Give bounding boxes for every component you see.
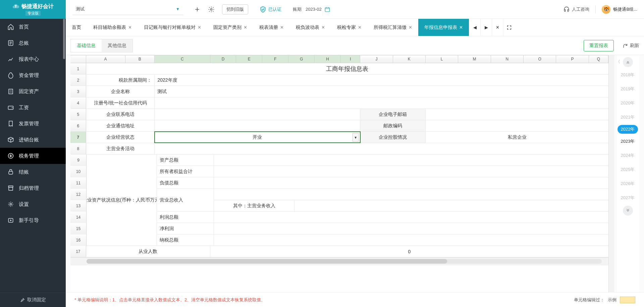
year-option[interactable]: 2018年 [621,69,635,81]
tab-annual-report[interactable]: 年报信息申报表✕ [418,19,469,36]
row-header[interactable]: 3 [70,86,86,97]
row-header[interactable]: 13 [70,200,87,212]
sidebar-item-inventory[interactable]: 进销台账 [0,132,66,148]
col-header[interactable]: N [491,55,524,63]
sidebar-item-settings[interactable]: 设置 [0,196,66,212]
cell-value[interactable] [214,166,608,177]
cell-value[interactable] [155,143,608,154]
close-icon[interactable]: ✕ [198,25,201,30]
close-icon[interactable]: ✕ [409,25,412,30]
col-header[interactable]: K [393,55,426,63]
sidebar-item-funds[interactable]: 资金管理 [0,67,66,83]
sidebar-item-reports[interactable]: 报表中心 [0,51,66,67]
col-header[interactable]: J [360,55,393,63]
cell-value[interactable] [214,234,608,246]
close-icon[interactable]: ✕ [358,25,362,30]
tab-scroll-left-button[interactable]: ◀ [469,19,481,36]
row-header[interactable]: 9 [70,155,87,166]
cell-value[interactable]: 0 [210,246,608,257]
row-header[interactable]: 7 [70,132,86,143]
col-header[interactable]: C [155,55,210,63]
cell-value[interactable] [155,109,360,120]
close-icon[interactable]: ✕ [321,25,325,30]
verified-badge[interactable]: 已认证 [260,6,281,13]
row-header[interactable]: 1 [70,63,86,74]
tab-aux-balance[interactable]: 科目辅助余额表✕ [87,19,138,36]
col-header[interactable]: Q [589,55,608,63]
year-option[interactable]: 2021年 [621,111,635,124]
cell-value[interactable] [294,200,608,211]
tab-fa-category[interactable]: 固定资产类别✕ [207,19,253,36]
cell-value[interactable] [426,120,608,131]
select-all-corner[interactable] [70,55,86,63]
cell-value[interactable]: 测试 [155,86,608,97]
col-header[interactable]: L [426,55,458,63]
col-header[interactable]: B [125,55,155,63]
row-header[interactable]: 10 [70,166,87,177]
active-cell-dropdown[interactable]: 开业 ▼ [155,132,360,143]
year-option[interactable]: 2023年 [621,135,635,148]
row-header[interactable]: 8 [70,143,86,154]
gear-icon[interactable] [208,6,215,13]
row-header[interactable]: 6 [70,120,86,131]
tab-tax-register[interactable]: 税表清册✕ [253,19,290,36]
year-option[interactable]: 2026年 [621,177,635,190]
sidebar-scrollbar[interactable] [63,19,65,59]
col-header[interactable]: D [210,55,236,63]
tab-home[interactable]: 首页 [66,19,87,36]
col-header[interactable]: E [236,55,262,63]
spreadsheet[interactable]: A B C D E F G H I J K L M N O P Q 1 [70,55,608,292]
period-picker[interactable]: 2023-02 [306,6,330,12]
year-option[interactable]: 2019年 [621,83,635,95]
row-header[interactable]: 16 [70,234,87,246]
cell-value[interactable] [214,189,608,200]
sidebar-item-salary[interactable]: 工资 [0,99,66,116]
cell-value[interactable] [214,223,608,234]
year-option[interactable]: 2020年 [621,97,635,109]
cell-value[interactable] [155,120,360,131]
cell-value[interactable] [214,177,608,188]
reset-report-button[interactable]: 重置报表 [584,40,614,51]
row-header[interactable]: 14 [70,212,87,223]
row-header[interactable]: 11 [70,177,87,189]
sidebar-item-ledger[interactable]: 总账 [0,35,66,51]
row-header[interactable]: 5 [70,109,86,120]
col-header[interactable]: I [341,55,360,63]
close-icon[interactable]: ✕ [244,25,247,30]
year-option-active[interactable]: 2022年 [618,125,638,134]
sidebar-item-closing[interactable]: 结账 [0,164,66,180]
cell-value[interactable]: 私营企业 [426,132,608,143]
col-header[interactable]: M [458,55,491,63]
tab-bank-recon[interactable]: 日记账与银行对账单核对✕ [138,19,207,36]
row-header[interactable]: 12 [70,189,87,200]
human-consult-button[interactable]: 人工咨询 [563,6,589,13]
fullscreen-button[interactable] [503,19,515,36]
sidebar-item-invoice[interactable]: 发票管理 [0,116,66,132]
close-icon[interactable]: ✕ [459,25,463,30]
cell-value[interactable] [214,155,608,166]
cell-value[interactable]: 2022年度 [155,75,608,86]
unpin-button[interactable]: 取消固定 [0,293,66,307]
close-icon[interactable]: ✕ [280,25,284,30]
mini-tab-other[interactable]: 其他信息 [102,39,132,52]
dropdown-arrow-icon[interactable]: ▼ [353,133,359,142]
tab-income-tax[interactable]: 所得税汇算清缴✕ [368,19,418,36]
sidebar-item-tax[interactable]: 税务管理 [0,148,66,164]
year-option[interactable]: 2025年 [621,163,635,176]
year-scroll-up-button[interactable] [623,57,633,67]
cell-value[interactable] [426,109,608,120]
tab-close-all-button[interactable]: ✕ [492,19,503,36]
company-selector[interactable]: 测试 ▼ [72,4,183,15]
year-option[interactable]: 2027年 [621,191,635,204]
col-header[interactable]: O [524,55,556,63]
col-header[interactable]: P [556,55,589,63]
cell-value[interactable] [214,212,608,223]
switch-old-version-button[interactable]: 切到旧版 [222,4,248,14]
sheet-horizontal-scrollbar[interactable] [70,257,608,265]
row-header[interactable]: 2 [70,75,86,86]
col-header[interactable]: G [288,55,315,63]
rail-collapse-icon[interactable]: 《 [615,56,620,67]
refresh-button[interactable]: 刷新 [623,43,639,49]
tab-scroll-right-button[interactable]: ▶ [481,19,492,36]
sidebar-item-guide[interactable]: 新手引导 [0,212,66,228]
